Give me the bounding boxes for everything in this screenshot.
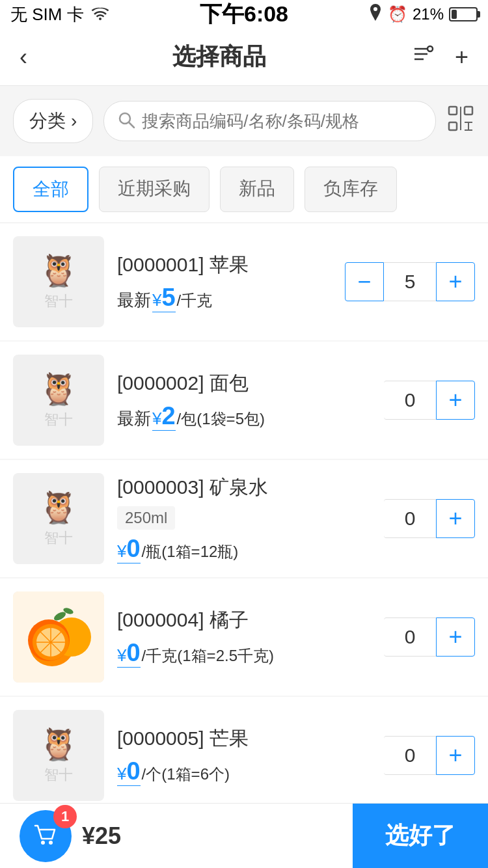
placeholder-image: 🦉 智十 — [13, 473, 104, 564]
category-button[interactable]: 分类 › — [13, 99, 93, 143]
cart-icon — [31, 821, 60, 852]
qty-input[interactable] — [384, 736, 436, 775]
search-input[interactable] — [142, 111, 422, 131]
owl-icon: 🦉 — [39, 252, 78, 289]
qty-increase-button[interactable]: + — [436, 617, 475, 657]
status-left: 无 SIM 卡 — [10, 3, 110, 26]
qty-increase-button[interactable]: + — [436, 262, 475, 301]
nav-bar: ‹ 选择商品 + — [0, 29, 488, 86]
sim-status: 无 SIM 卡 — [10, 3, 84, 26]
chevron-right-icon: › — [71, 111, 77, 131]
qty-decrease-button[interactable]: − — [345, 262, 384, 301]
location-icon — [368, 3, 383, 25]
tab-all[interactable]: 全部 — [13, 167, 88, 212]
qty-increase-button[interactable]: + — [436, 499, 475, 538]
qty-input[interactable] — [384, 381, 436, 420]
product-name: [0000003] 矿泉水 — [117, 474, 371, 501]
search-icon — [117, 111, 135, 131]
placeholder-image: 🦉 智十 — [13, 355, 104, 446]
quantity-control: − + — [345, 262, 475, 301]
svg-point-25 — [41, 841, 45, 845]
cart-section: 1 ¥25 — [0, 810, 353, 862]
confirm-button[interactable]: 选好了 — [353, 804, 488, 868]
svg-rect-6 — [449, 107, 457, 115]
product-name: [0000004] 橘子 — [117, 607, 371, 634]
product-info: [0000004] 橘子 ¥ 0 /千克(1箱=2.5千克) — [117, 607, 371, 668]
qty-input[interactable] — [384, 499, 436, 538]
product-item: [0000004] 橘子 ¥ 0 /千克(1箱=2.5千克) + — [0, 578, 488, 696]
quantity-control: + — [384, 499, 475, 538]
product-item: 🦉 智十 [0000002] 面包 最新 ¥ 2 /包(1袋=5包) + — [0, 342, 488, 459]
search-box — [103, 101, 436, 141]
owl-icon: 🦉 — [39, 489, 78, 526]
product-image: 🦉 智十 — [13, 473, 104, 564]
product-image: 🦉 智十 — [13, 355, 104, 446]
product-info: [0000005] 芒果 ¥ 0 /个(1箱=6个) — [117, 726, 371, 786]
product-name: [0000001] 苹果 — [117, 252, 332, 278]
filter-bar: 分类 › — [0, 86, 488, 156]
cart-total: ¥25 — [82, 822, 121, 850]
qty-input[interactable] — [384, 617, 436, 657]
product-info: [0000002] 面包 最新 ¥ 2 /包(1袋=5包) — [117, 370, 371, 431]
status-time: 下午6:08 — [200, 0, 288, 29]
cart-badge: 1 — [53, 805, 77, 828]
quantity-control: + — [384, 381, 475, 420]
product-item: 🦉 智十 [0000005] 芒果 ¥ 0 /个(1箱=6个) + — [0, 697, 488, 814]
tab-new[interactable]: 新品 — [220, 167, 294, 212]
product-list: 🦉 智十 [0000001] 苹果 最新 ¥ 5 /千克 − + 🦉 — [0, 223, 488, 868]
product-image: 🦉 智十 — [13, 236, 104, 327]
battery-percent: 21% — [413, 5, 444, 23]
product-price: 最新 ¥ 2 /包(1袋=5包) — [117, 402, 371, 431]
status-right: ⏰ 21% — [368, 3, 478, 25]
owl-icon: 🦉 — [39, 371, 78, 407]
product-price: ¥ 0 /千克(1箱=2.5千克) — [117, 639, 371, 668]
quantity-control: + — [384, 617, 475, 657]
tab-recent[interactable]: 近期采购 — [99, 167, 210, 212]
product-price: ¥ 0 /瓶(1箱=12瓶) — [117, 535, 371, 563]
svg-line-5 — [129, 122, 134, 128]
owl-icon: 🦉 — [39, 726, 78, 763]
fruit-image — [13, 591, 104, 683]
product-item: 🦉 智十 [0000001] 苹果 最新 ¥ 5 /千克 − + — [0, 223, 488, 340]
product-name: [0000005] 芒果 — [117, 726, 371, 752]
quantity-control: + — [384, 736, 475, 775]
battery-icon — [449, 7, 478, 21]
svg-rect-8 — [449, 122, 457, 130]
bottom-bar: 1 ¥25 选好了 — [0, 803, 488, 868]
page-title: 选择商品 — [172, 41, 266, 73]
product-spec: 250ml — [117, 506, 175, 530]
tab-bar: 全部 近期采购 新品 负库存 — [0, 156, 488, 223]
qty-input[interactable] — [384, 262, 436, 301]
qty-increase-button[interactable]: + — [436, 736, 475, 775]
product-image — [13, 591, 104, 683]
product-image: 🦉 智十 — [13, 710, 104, 801]
placeholder-image: 🦉 智十 — [13, 236, 104, 327]
product-info: [0000001] 苹果 最新 ¥ 5 /千克 — [117, 252, 332, 312]
product-name: [0000002] 面包 — [117, 370, 371, 397]
cart-icon-wrap[interactable]: 1 — [20, 810, 72, 862]
status-bar: 无 SIM 卡 下午6:08 ⏰ 21% — [0, 0, 488, 29]
svg-point-26 — [49, 841, 53, 845]
svg-point-3 — [427, 46, 433, 51]
category-label: 分类 — [29, 109, 66, 133]
tab-negative[interactable]: 负库存 — [305, 167, 397, 212]
qty-increase-button[interactable]: + — [436, 381, 475, 420]
filter-icon[interactable] — [412, 42, 435, 72]
wifi-icon — [90, 5, 110, 25]
nav-actions: + — [412, 42, 468, 72]
product-price: 最新 ¥ 5 /千克 — [117, 284, 332, 312]
scan-icon[interactable] — [446, 104, 475, 139]
product-info: [0000003] 矿泉水 250ml ¥ 0 /瓶(1箱=12瓶) — [117, 474, 371, 563]
placeholder-image: 🦉 智十 — [13, 710, 104, 801]
svg-rect-7 — [465, 107, 472, 115]
alarm-icon: ⏰ — [388, 5, 407, 23]
add-button[interactable]: + — [455, 44, 468, 71]
back-button[interactable]: ‹ — [20, 44, 27, 71]
product-item: 🦉 智十 [0000003] 矿泉水 250ml ¥ 0 /瓶(1箱=12瓶) … — [0, 460, 488, 577]
product-price: ¥ 0 /个(1箱=6个) — [117, 757, 371, 786]
